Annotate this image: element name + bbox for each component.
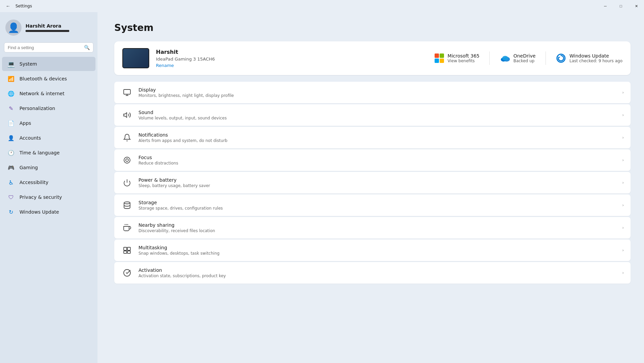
- winupdate-item[interactable]: Windows Update Last checked: 9 hours ago: [556, 53, 622, 63]
- multitasking-subtitle: Snap windows, desktops, task switching: [138, 251, 622, 256]
- user-name: Harshit Arora: [26, 23, 69, 29]
- close-button[interactable]: ✕: [629, 0, 644, 12]
- multitasking-title: Multitasking: [138, 245, 622, 250]
- svg-rect-1: [440, 53, 444, 58]
- activation-title: Activation: [138, 267, 622, 273]
- power-chevron: ›: [622, 180, 624, 185]
- winupdate-title: Windows Update: [569, 53, 622, 59]
- storage-text: Storage Storage space, drives, configura…: [138, 200, 622, 211]
- activation-icon: [121, 267, 133, 279]
- nearby-icon: [121, 222, 133, 234]
- sound-chevron: ›: [622, 113, 624, 117]
- maximize-button[interactable]: □: [613, 0, 629, 12]
- onedrive-icon: [500, 53, 510, 63]
- settings-item-power[interactable]: Power & battery Sleep, battery usage, ba…: [114, 172, 631, 193]
- system-icon: 💻: [7, 60, 15, 68]
- settings-item-multitasking[interactable]: Multitasking Snap windows, desktops, tas…: [114, 240, 631, 261]
- device-thumbnail: [122, 48, 149, 68]
- settings-item-activation[interactable]: Activation Activation state, subscriptio…: [114, 262, 631, 284]
- winupdate-text: Windows Update Last checked: 9 hours ago: [569, 53, 622, 63]
- svg-rect-2: [435, 59, 439, 63]
- window-controls: ─ □ ✕: [598, 0, 644, 12]
- app-body: 👤 Harshit Arora 🔍 💻 System 📶 Bluetooth &…: [0, 12, 644, 363]
- minimize-button[interactable]: ─: [598, 0, 613, 12]
- onedrive-item[interactable]: OneDrive Backed up: [500, 53, 535, 63]
- notifications-title: Notifications: [138, 132, 622, 138]
- power-title: Power & battery: [138, 177, 622, 183]
- storage-subtitle: Storage space, drives, configuration rul…: [138, 206, 622, 211]
- network-icon: 🌐: [7, 90, 15, 97]
- settings-item-sound[interactable]: Sound Volume levels, output, input, soun…: [114, 104, 631, 126]
- gaming-icon: 🎮: [7, 164, 15, 171]
- sidebar-item-apps[interactable]: 📄 Apps: [2, 116, 95, 130]
- ms365-title: Microsoft 365: [448, 53, 480, 59]
- sidebar-item-gaming[interactable]: 🎮 Gaming: [2, 160, 95, 175]
- device-info: Harshit IdeaPad Gaming 3 15ACH6 Rename: [156, 49, 215, 68]
- activation-text: Activation Activation state, subscriptio…: [138, 267, 622, 278]
- notifications-icon: [121, 132, 133, 144]
- notifications-subtitle: Alerts from apps and system, do not dist…: [138, 138, 622, 143]
- nearby-subtitle: Discoverability, received files location: [138, 228, 622, 233]
- settings-item-notifications[interactable]: Notifications Alerts from apps and syste…: [114, 127, 631, 148]
- sidebar-item-accessibility[interactable]: ♿ Accessibility: [2, 175, 95, 189]
- update-icon: ↻: [7, 208, 15, 216]
- search-box[interactable]: 🔍: [4, 42, 93, 52]
- privacy-icon: 🛡: [7, 193, 15, 201]
- svg-marker-12: [124, 113, 127, 117]
- sidebar-item-privacy[interactable]: 🛡 Privacy & security: [2, 190, 95, 204]
- sound-subtitle: Volume levels, output, input, sound devi…: [138, 116, 622, 120]
- sound-icon: [121, 109, 133, 121]
- power-icon: [121, 177, 133, 189]
- sound-title: Sound: [138, 110, 622, 115]
- display-text: Display Monitors, brightness, night ligh…: [138, 87, 622, 98]
- sidebar-item-bluetooth[interactable]: 📶 Bluetooth & devices: [2, 72, 95, 86]
- sidebar-item-time[interactable]: 🕐 Time & language: [2, 146, 95, 160]
- settings-item-focus[interactable]: Focus Reduce distractions ›: [114, 149, 631, 171]
- ms365-item[interactable]: Microsoft 365 View benefits: [434, 53, 480, 63]
- user-icon: 👤: [8, 22, 19, 33]
- bluetooth-icon: 📶: [7, 75, 15, 82]
- focus-chevron: ›: [622, 158, 624, 162]
- search-input[interactable]: [8, 45, 81, 50]
- svg-rect-0: [435, 53, 439, 58]
- storage-title: Storage: [138, 200, 622, 205]
- svg-rect-9: [124, 89, 130, 94]
- svg-point-20: [124, 202, 130, 204]
- svg-rect-25: [127, 247, 130, 250]
- device-name: Harshit: [156, 49, 215, 55]
- sidebar-item-update[interactable]: ↻ Windows Update: [2, 205, 95, 219]
- settings-item-storage[interactable]: Storage Storage space, drives, configura…: [114, 194, 631, 216]
- sidebar-item-network[interactable]: 🌐 Network & internet: [2, 86, 95, 101]
- svg-rect-26: [124, 251, 127, 253]
- sidebar: 👤 Harshit Arora 🔍 💻 System 📶 Bluetooth &…: [0, 12, 97, 363]
- user-section[interactable]: 👤 Harshit Arora: [0, 15, 97, 42]
- device-rename-button[interactable]: Rename: [156, 63, 215, 68]
- titlebar: ← Settings ─ □ ✕: [0, 0, 644, 12]
- settings-item-display[interactable]: Display Monitors, brightness, night ligh…: [114, 82, 631, 103]
- svg-rect-3: [440, 59, 444, 63]
- winupdate-subtitle: Last checked: 9 hours ago: [569, 59, 622, 63]
- onedrive-text: OneDrive Backed up: [513, 53, 535, 63]
- activation-subtitle: Activation state, subscriptions, product…: [138, 274, 622, 278]
- sidebar-item-accounts[interactable]: 👤 Accounts: [2, 131, 95, 145]
- ms365-text: Microsoft 365 View benefits: [448, 53, 480, 63]
- display-subtitle: Monitors, brightness, night light, displ…: [138, 93, 622, 98]
- search-icon: 🔍: [84, 45, 90, 50]
- nearby-text: Nearby sharing Discoverability, received…: [138, 222, 622, 233]
- apps-icon: 📄: [7, 119, 15, 127]
- focus-subtitle: Reduce distractions: [138, 161, 622, 166]
- notifications-chevron: ›: [622, 135, 624, 140]
- sidebar-item-personalization[interactable]: ✎ Personalization: [2, 101, 95, 115]
- notifications-text: Notifications Alerts from apps and syste…: [138, 132, 622, 143]
- storage-icon: [121, 199, 133, 211]
- back-button[interactable]: ←: [3, 1, 13, 11]
- multitasking-icon: [121, 244, 133, 256]
- divider-1: [489, 51, 490, 65]
- user-bar: [26, 30, 69, 32]
- device-left: Harshit IdeaPad Gaming 3 15ACH6 Rename: [122, 48, 215, 68]
- device-right: Microsoft 365 View benefits OneD: [434, 51, 622, 65]
- avatar: 👤: [5, 20, 22, 36]
- settings-item-nearby[interactable]: Nearby sharing Discoverability, received…: [114, 217, 631, 239]
- sidebar-item-system[interactable]: 💻 System: [2, 57, 95, 71]
- svg-point-6: [502, 56, 508, 61]
